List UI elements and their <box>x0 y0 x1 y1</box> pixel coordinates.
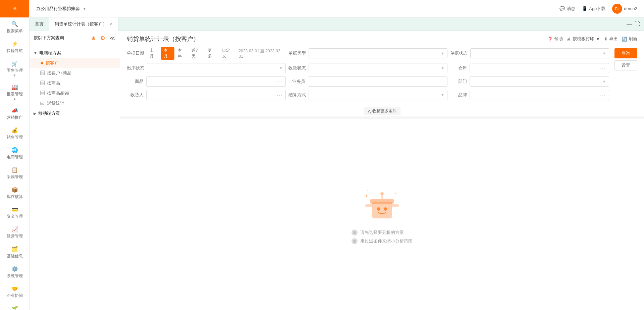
help-btn[interactable]: ❓ 帮助 <box>547 36 563 42</box>
tree-item-by-product[interactable]: 按商品 <box>30 78 120 88</box>
message-btn[interactable]: 💬 消息 <box>559 6 575 12</box>
sidebar-item-ecommerce[interactable]: 🌐 电商管理 <box>0 144 29 163</box>
chevron-icon: ▲ <box>13 97 16 101</box>
sidebar-item-search[interactable]: 🔍 搜索菜单 <box>0 17 29 37</box>
date-tab-7-days[interactable]: 近7天 <box>189 47 204 60</box>
filter-header: 销货单统计计表（按客户） ❓ 帮助 🖨 按模板打印 ▼ ⬇ <box>127 35 637 43</box>
sidebar-item-retail[interactable]: 🛒 零售管理 ▼ <box>0 57 29 81</box>
sidebar-item-system[interactable]: ⚙️ 系统管理 <box>0 262 29 282</box>
empty-tip-1-text: 请先选择要分析的方案 <box>360 229 404 236</box>
svg-rect-21 <box>365 204 373 207</box>
sidebar-item-wholesale[interactable]: 🏭 批发管理 ▲ <box>0 81 29 104</box>
tab-minimize-btn[interactable]: — <box>627 21 632 27</box>
tree-item-by-customer[interactable]: ● 按客户 <box>30 58 120 68</box>
collapse-panel-btn[interactable]: ≪ <box>108 34 116 42</box>
out-status-input[interactable]: ▼ <box>147 63 286 73</box>
receiver-dots: ··· <box>277 92 283 98</box>
settlement-input[interactable]: ▼ <box>309 90 447 100</box>
sidebar-item-purchase[interactable]: 📋 采购管理 <box>0 163 29 183</box>
brand-filter-cell: 品牌 ··· <box>450 90 609 100</box>
company-title: 办公用品行业模拟账套 <box>36 6 80 12</box>
date-tab-this-year[interactable]: 本年 <box>175 47 189 60</box>
tab-sales-stat[interactable]: 销货单统计计表（按客户） ✕ <box>49 17 118 31</box>
settings-scheme-btn[interactable]: ⚙ <box>99 34 106 42</box>
date-range-display: 2023-03-01 至 2023-03-31 <box>239 48 286 59</box>
tab-home[interactable]: 首页 <box>30 17 49 31</box>
print-dropdown-icon: ▼ <box>596 37 600 42</box>
order-type-input[interactable]: ▼ <box>309 48 447 58</box>
date-filter-cell: 单据日期 上月 本月 本年 近7天 更多 自定义 2023-03-01 至 20… <box>127 47 286 60</box>
refresh-btn[interactable]: 🔄 刷新 <box>622 36 637 42</box>
collapse-more-btn[interactable]: ⋀ 收起更多条件 <box>364 107 400 115</box>
sidebar-item-marketing[interactable]: 📣 营销推广 <box>0 104 29 124</box>
order-status-input[interactable]: ▼ <box>470 48 609 58</box>
warehouse-filter-cell: 仓库 ··· <box>450 63 609 73</box>
tree-item-label: 按商品 <box>47 80 60 86</box>
tree-item-label: 退货统计 <box>47 100 64 106</box>
tree-item-by-product-99[interactable]: 按商品品99 <box>30 88 120 98</box>
order-status-caret: ▼ <box>602 51 606 55</box>
receiver-input[interactable]: ··· <box>146 90 286 100</box>
sidebar-navigation: 🔍 搜索菜单 ⚡ 快捷导航 🛒 零售管理 ▼ 🏭 批发管理 ▲ 📣 营销推广 💰… <box>0 17 29 310</box>
warehouse-input[interactable]: ··· <box>470 63 609 73</box>
app-download-btn[interactable]: 📱 App下载 <box>582 6 605 12</box>
sidebar-item-operations[interactable]: 📈 经营管理 <box>0 223 29 243</box>
sidebar-item-quick-nav[interactable]: ⚡ 快捷导航 <box>0 37 29 57</box>
tree-arrow-pc: ▼ <box>34 51 37 55</box>
sidebar-item-label: 快捷导航 <box>7 48 23 54</box>
user-menu[interactable]: Ea demo2 <box>612 4 637 14</box>
order-status-filter-cell: 单据状态 ▼ <box>450 48 609 58</box>
sidebar-item-label: 营销推广 <box>7 115 23 120</box>
salesperson-input[interactable]: ··· <box>308 76 447 87</box>
svg-rect-2 <box>41 71 45 75</box>
sidebar-item-basic-info[interactable]: 🗂️ 基础信息 <box>0 243 29 262</box>
salesperson-label: 业务员 <box>288 79 308 85</box>
department-input[interactable]: ▼ <box>470 76 609 87</box>
sidebar-item-finance[interactable]: 💳 资金管理 <box>0 203 29 223</box>
empty-state: ✦ ✦ · ① 请先选择要分析的方案 ② 用过滤条件来缩小分析范围 <box>120 119 644 310</box>
sidebar-item-enterprise[interactable]: 🤝 企业协同 <box>0 282 29 302</box>
add-scheme-btn[interactable]: ⊕ <box>90 34 97 42</box>
query-button[interactable]: 查询 <box>614 48 637 58</box>
tree-group-pc-header[interactable]: ▼ 电脑端方案 <box>30 48 120 58</box>
collect-status-input[interactable]: ▼ <box>309 63 447 73</box>
filter-row-1: 单据日期 上月 本月 本年 近7天 更多 自定义 2023-03-01 至 20… <box>127 47 609 60</box>
order-status-label: 单据状态 <box>450 50 470 56</box>
purchase-icon: 📋 <box>11 167 18 173</box>
export-btn[interactable]: ⬇ 导出 <box>604 36 618 42</box>
empty-svg: ✦ ✦ · <box>362 185 402 222</box>
brand-dots: ··· <box>600 92 606 98</box>
company-dropdown[interactable]: ▼ <box>83 6 87 11</box>
left-panel-icons: ⊕ ⚙ ≪ <box>90 34 116 42</box>
reset-button[interactable]: 设置 <box>614 60 637 70</box>
help-label: 帮助 <box>554 36 563 42</box>
tree-item-by-customer-product[interactable]: 按客户+商品 <box>30 68 120 78</box>
empty-tips: ① 请先选择要分析的方案 ② 用过滤条件来缩小分析范围 <box>352 229 413 244</box>
sidebar-item-beginner[interactable]: 🌱 新手引导 <box>0 302 29 310</box>
date-tab-custom[interactable]: 自定义 <box>219 47 237 60</box>
message-label: 消息 <box>567 6 575 12</box>
sidebar: 畅 🔍 搜索菜单 ⚡ 快捷导航 🛒 零售管理 ▼ 🏭 批发管理 ▲ 📣 营销推广… <box>0 0 30 310</box>
department-filter-cell: 部门 ▼ <box>450 76 609 87</box>
collect-status-label: 收款状态 <box>288 65 309 71</box>
sidebar-item-inventory[interactable]: 📦 库存核算 <box>0 183 29 203</box>
content-area: 按以下方案查询 ⊕ ⚙ ≪ ▼ 电脑端方案 ● 按客户 <box>30 31 644 310</box>
tree-item-return-stat[interactable]: 退货统计 <box>30 98 120 108</box>
logo-icon: 畅 <box>9 3 21 14</box>
date-tab-this-month[interactable]: 本月 <box>161 47 174 60</box>
tab-close-btn[interactable]: ✕ <box>110 22 113 26</box>
tree-group-mobile-header[interactable]: ▶ 移动端方案 <box>30 108 120 118</box>
tab-maximize-btn[interactable]: ⛶ <box>635 21 640 27</box>
tabbar: 首页 销货单统计计表（按客户） ✕ — ⛶ <box>30 17 644 31</box>
svg-point-18 <box>384 207 387 211</box>
topbar: 办公用品行业模拟账套 ▼ 💬 消息 📱 App下载 Ea demo2 <box>30 0 644 17</box>
receiver-label: 收货人 <box>127 92 146 98</box>
date-tab-more[interactable]: 更多 <box>205 47 219 60</box>
sidebar-item-sales[interactable]: 💰 销售管理 <box>0 124 29 144</box>
svg-rect-15 <box>372 202 392 218</box>
print-btn[interactable]: 🖨 按模板打印 ▼ <box>567 36 600 42</box>
date-tab-last-month[interactable]: 上月 <box>147 47 160 60</box>
empty-tip-1: ① 请先选择要分析的方案 <box>352 229 413 236</box>
product-input[interactable]: ··· <box>146 76 286 87</box>
brand-input[interactable]: ··· <box>470 90 609 100</box>
